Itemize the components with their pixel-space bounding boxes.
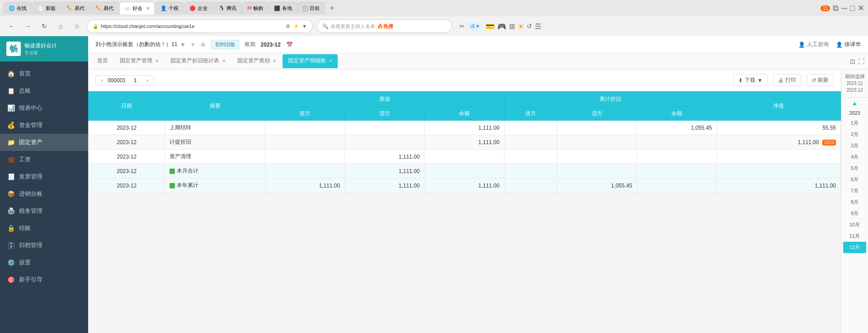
period-month-6[interactable]: 6月 — [841, 174, 868, 185]
new-tab-button[interactable]: + — [326, 2, 338, 14]
tab-fixed-asset-mgmt[interactable]: 固定资产管理 ✕ — [114, 54, 164, 68]
next-page-btn[interactable]: › — [145, 77, 150, 84]
tab-asset-category[interactable]: 固定资产类别 ✕ — [232, 54, 282, 68]
menu-icon[interactable]: ☰ — [535, 22, 541, 31]
lightning-icon[interactable]: ⚡ — [293, 23, 299, 29]
browser-tab-10[interactable]: ⬛ 各地 — [269, 2, 297, 14]
grid-icon[interactable]: ⊞ — [509, 22, 515, 31]
add-company-btn[interactable]: + — [191, 41, 195, 49]
forward-button[interactable]: → — [22, 20, 34, 33]
settings-gear-icon[interactable]: ⚙ — [201, 42, 206, 48]
period-month-1[interactable]: 1月 — [841, 117, 868, 129]
tab-close-depreciation-stats[interactable]: ✕ — [222, 58, 226, 63]
restore-btn[interactable]: ⧉ — [833, 4, 839, 13]
browser-tab-3[interactable]: ✏️ 易代 — [61, 2, 90, 14]
funds-icon: 💰 — [7, 122, 14, 129]
cell-orig-credit: 1,111.00 — [345, 150, 425, 164]
close-btn[interactable]: ✕ — [858, 3, 864, 13]
tab-favicon-5: ☁️ — [124, 5, 131, 11]
period-month-5[interactable]: 5月 — [841, 163, 868, 174]
help-button[interactable]: 👤 人工咨询 — [798, 41, 829, 48]
sidebar-item-funds[interactable]: 💰 资金管理 — [0, 117, 88, 134]
user-icon: 👤 — [836, 42, 843, 48]
period-up-btn[interactable]: ▲ — [841, 98, 868, 108]
scissors-icon[interactable]: ✂ — [459, 23, 465, 30]
period-month-8[interactable]: 8月 — [841, 197, 868, 208]
address-bar[interactable]: 🔒 https://cloud.chanjet.com/accounting/u… — [87, 19, 313, 33]
game-icon[interactable]: 🎮 — [497, 22, 506, 31]
period-month-7[interactable]: 7月 — [841, 185, 868, 197]
sidebar-item-invoice[interactable]: 🧾 发票管理 — [0, 168, 88, 185]
site-info-icon[interactable]: ⚙ — [286, 23, 290, 29]
browser-tab-1[interactable]: 🌐 在线 — [4, 2, 32, 14]
maximize-btn[interactable]: □ — [850, 4, 855, 13]
main-panel: ‹ 000001 › ⬇ 下载 ▼ 🖨 打印 — [88, 70, 841, 333]
sidebar-item-closing[interactable]: 🔒 结账 — [0, 220, 88, 237]
tab-favicon-7: 🔴 — [189, 5, 196, 11]
prev-page-btn[interactable]: ‹ — [99, 77, 105, 84]
sidebar-item-purchase-sale[interactable]: 📦 进销台账 — [0, 185, 88, 202]
sidebar-item-guide[interactable]: 🎯 新手引导 — [0, 271, 88, 288]
search-bar[interactable]: 🔍 央视更新主持人名单 🔥 热搜 — [316, 19, 452, 33]
back-button[interactable]: ← — [5, 20, 18, 33]
translate-icon[interactable]: 译▼ — [467, 22, 483, 31]
tab-home[interactable]: 首页 — [92, 54, 113, 68]
period-month-11[interactable]: 11月 — [841, 230, 868, 242]
undo-icon[interactable]: ↺ — [527, 23, 532, 30]
browser-tab-2[interactable]: 📄 新版 — [33, 2, 61, 14]
period-month-4[interactable]: 4月 — [841, 151, 868, 163]
period-month-3[interactable]: 3月 — [841, 140, 868, 151]
tab-close-asset-ledger[interactable]: ✕ — [329, 58, 332, 63]
tab-close-fixed-asset-mgmt[interactable]: ✕ — [155, 58, 159, 63]
download-btn[interactable]: ⬇ 下载 ▼ — [733, 74, 768, 86]
col-net-value: 净值 — [717, 92, 840, 121]
sidebar-item-home[interactable]: 🏠 首页 — [0, 65, 88, 82]
browser-tab-4[interactable]: ✏️ 易代 — [90, 2, 118, 14]
tab-close-asset-category[interactable]: ✕ — [273, 58, 276, 63]
company-selector[interactable]: 刘小艳演示账套（勿删勿动！）11 ▼ — [95, 41, 185, 48]
refresh-btn[interactable]: ↺ 刷新 — [807, 74, 834, 86]
period-panel-header: 期间选择 2023.12 2023.12 — [841, 70, 868, 98]
bookmark-button[interactable]: ☆ — [71, 20, 83, 33]
home-nav-button[interactable]: ⌂ — [54, 20, 67, 33]
sidebar-label-guide: 新手引导 — [19, 276, 42, 284]
browser-tab-11[interactable]: 🅂 目前 — [298, 2, 325, 14]
browser-tab-7[interactable]: 🔴 企业 — [184, 2, 212, 14]
cell-date: 2023-12 — [89, 121, 165, 135]
dropdown-icon[interactable]: ▼ — [302, 23, 307, 29]
closing-icon: 🔒 — [7, 225, 14, 232]
minimize-page-icon[interactable]: ⊡ — [850, 58, 855, 65]
version-switch-btn[interactable]: 切到旧版 — [211, 40, 239, 49]
minimize-btn[interactable]: ─ — [841, 4, 847, 13]
sidebar-item-reports[interactable]: 📊 报表中心 — [0, 99, 88, 117]
period-month-9[interactable]: 9月 — [841, 208, 868, 219]
period-month-10[interactable]: 10月 — [841, 219, 868, 230]
sidebar-item-tax[interactable]: 🖨️ 税务管理 — [0, 202, 88, 220]
browser-tab-6[interactable]: 👤 个税 — [156, 2, 184, 14]
browser-tab-5[interactable]: ☁️ 好会 ✕ — [119, 2, 155, 14]
tab-asset-ledger[interactable]: 固定资产明细账 ✕ — [283, 54, 338, 68]
page-input[interactable] — [128, 77, 142, 84]
print-btn[interactable]: 🖨 打印 — [773, 74, 801, 86]
sidebar-item-settings[interactable]: ⚙️ 设置 — [0, 254, 88, 271]
user-info[interactable]: 👤 徐译华 — [836, 41, 861, 48]
cell-date: 2023-12 — [89, 178, 165, 193]
brightness-icon[interactable]: ☀ — [518, 22, 524, 31]
sidebar-item-ledger[interactable]: 📋 总账 — [0, 82, 88, 99]
sidebar-item-fixed-assets[interactable]: 📁 固定资产 — [0, 134, 88, 151]
period-month-12[interactable]: 12月 — [843, 242, 866, 253]
tab-depreciation-stats[interactable]: 固定资产折旧统计表 ✕ — [165, 54, 231, 68]
calendar-icon[interactable]: 📅 — [286, 42, 293, 48]
sidebar-item-payroll[interactable]: 💼 工资 — [0, 151, 88, 168]
maximize-page-icon[interactable]: ⛶ — [858, 58, 864, 65]
period-month-2[interactable]: 2月 — [841, 129, 868, 140]
sidebar-item-archive[interactable]: 🗄️ 归档管理 — [0, 237, 88, 254]
sidebar-label-home: 首页 — [19, 70, 31, 78]
sidebar-header: 畅 畅捷通好会计 专业版 — [0, 36, 88, 61]
tab-close-5[interactable]: ✕ — [146, 6, 150, 11]
tab-label-4: 易代 — [104, 5, 113, 12]
wallet-icon[interactable]: 💳 — [486, 22, 495, 31]
browser-tab-8[interactable]: 🐧 腾讯 — [213, 2, 241, 14]
browser-tab-9[interactable]: Ⅿ 畅购 — [242, 2, 268, 14]
refresh-nav-button[interactable]: ↻ — [38, 20, 51, 33]
